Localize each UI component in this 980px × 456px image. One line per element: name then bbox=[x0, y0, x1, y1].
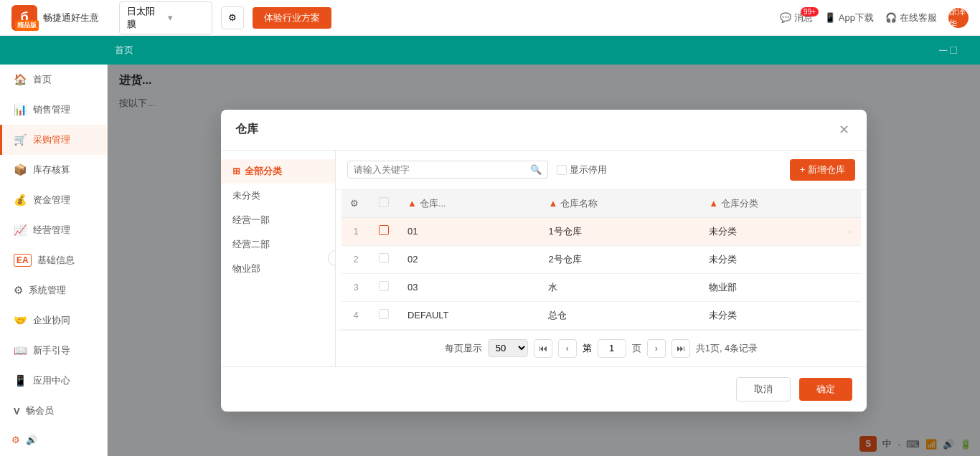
logo-icon: б 精品版 bbox=[11, 5, 37, 31]
search-input[interactable] bbox=[354, 164, 530, 175]
app-download-button[interactable]: 📱 App下载 bbox=[824, 11, 874, 24]
show-disabled-checkbox[interactable]: 显示停用 bbox=[557, 163, 607, 176]
th-name-label: 仓库名称 bbox=[560, 197, 598, 210]
header-middle: 日太阳膜 ▾ ⚙ 体验行业方案 bbox=[119, 1, 780, 34]
table-row[interactable]: 3 03 水 物业部 bbox=[341, 273, 861, 301]
modal-footer: 取消 确定 bbox=[221, 366, 867, 412]
th-category-label: 仓库分类 bbox=[721, 197, 758, 210]
row-category: 未分类 ··· bbox=[700, 218, 861, 245]
confirm-button[interactable]: 确定 bbox=[799, 378, 852, 401]
sidebar-item-home[interactable]: 🏠 首页 bbox=[0, 65, 107, 95]
sales-icon: 📊 bbox=[14, 103, 27, 116]
logo-badge: 精品版 bbox=[15, 20, 39, 31]
table-row[interactable]: 1 01 1号仓库 未分类 ··· bbox=[341, 217, 861, 245]
th-settings: ⚙ bbox=[341, 190, 370, 218]
row-select-checkbox[interactable] bbox=[379, 225, 389, 235]
finance-icon: 💰 bbox=[14, 194, 27, 206]
th-name: ▲ 仓库名称 bbox=[540, 190, 700, 218]
row-select-checkbox[interactable] bbox=[379, 253, 389, 263]
category-panel: ⊞ 全部分类 未分类 经营一部 经营二部 物业部 《 bbox=[221, 151, 336, 366]
message-icon: 💬 bbox=[780, 12, 791, 23]
sidebar-label-basic-info: 基础信息 bbox=[37, 254, 75, 267]
page-label-pre: 第 bbox=[583, 342, 592, 355]
online-service-button[interactable]: 🎧 在线客服 bbox=[885, 11, 937, 24]
sidebar-item-enterprise[interactable]: 🤝 企业协同 bbox=[0, 305, 107, 336]
select-all-checkbox[interactable] bbox=[379, 197, 389, 207]
category-item-unclassified[interactable]: 未分类 bbox=[221, 184, 335, 208]
row-checkbox[interactable] bbox=[370, 217, 399, 245]
pagination: 每页显示 50 10 20 100 ⏮ ‹ 第 页 bbox=[336, 330, 867, 366]
warehouse-table: ⚙ ▲ 仓库... bbox=[341, 190, 861, 330]
speaker-icon[interactable]: 🔊 bbox=[26, 434, 37, 445]
enterprise-icon: 🤝 bbox=[14, 314, 27, 327]
row-code: 01 bbox=[399, 217, 540, 245]
row-name: 水 bbox=[540, 273, 700, 301]
sidebar-label-member: 畅会员 bbox=[26, 404, 54, 417]
row-code: 02 bbox=[399, 245, 540, 273]
last-page-button[interactable]: ⏭ bbox=[672, 339, 690, 358]
sidebar-label-enterprise: 企业协同 bbox=[33, 314, 70, 327]
cancel-button[interactable]: 取消 bbox=[736, 377, 791, 402]
row-select-checkbox[interactable] bbox=[379, 281, 389, 291]
store-selector[interactable]: 日太阳膜 ▾ bbox=[119, 1, 212, 34]
message-button[interactable]: 💬 消息 99+ bbox=[780, 11, 813, 24]
user-menu[interactable]: 徐泽华 bbox=[948, 8, 969, 28]
first-page-button[interactable]: ⏮ bbox=[534, 339, 552, 358]
category-item-ops2[interactable]: 经营二部 bbox=[221, 232, 335, 257]
category-item-ops1[interactable]: 经营一部 bbox=[221, 208, 335, 232]
sidebar-item-member[interactable]: V 畅会员 bbox=[0, 396, 107, 426]
settings-button[interactable]: ⚙ bbox=[221, 6, 244, 29]
page-label: 页 bbox=[632, 342, 641, 355]
search-box: 🔍 bbox=[347, 161, 548, 179]
page-size-select[interactable]: 50 10 20 100 bbox=[488, 339, 528, 357]
row-select-checkbox[interactable] bbox=[379, 309, 389, 319]
headset-icon: 🎧 bbox=[885, 12, 897, 23]
minimize-button[interactable]: ─ bbox=[939, 44, 947, 57]
page-number-input[interactable] bbox=[598, 339, 626, 358]
settings-bottom-icon[interactable]: ⚙ bbox=[11, 434, 20, 445]
sidebar-item-finance[interactable]: 💰 资金管理 bbox=[0, 185, 107, 215]
prev-page-button[interactable]: ‹ bbox=[558, 339, 577, 358]
row-checkbox[interactable] bbox=[370, 301, 399, 329]
row-checkbox[interactable] bbox=[370, 273, 399, 301]
table-row[interactable]: 4 DEFAULT 总仓 未分类 bbox=[341, 301, 861, 329]
row-more-actions[interactable]: ··· bbox=[844, 226, 852, 237]
settings-icon[interactable]: ⚙ bbox=[350, 198, 359, 209]
add-warehouse-button[interactable]: + 新增仓库 bbox=[790, 159, 855, 181]
search-icon[interactable]: 🔍 bbox=[530, 164, 542, 175]
top-header: б 精品版 畅捷通好生意 日太阳膜 ▾ ⚙ 体验行业方案 💬 消息 99+ 📱 … bbox=[0, 0, 980, 36]
apps-icon: 📱 bbox=[14, 374, 27, 387]
modal-title: 仓库 bbox=[235, 122, 258, 137]
sidebar-item-guide[interactable]: 📖 新手引导 bbox=[0, 336, 107, 366]
th-checkbox bbox=[370, 190, 399, 218]
sidebar-item-operations[interactable]: 📈 经营管理 bbox=[0, 215, 107, 245]
sidebar-item-inventory[interactable]: 📦 库存核算 bbox=[0, 155, 107, 185]
sub-header: 首页 ─ □ bbox=[0, 36, 980, 65]
row-category: 未分类 bbox=[700, 246, 861, 273]
industry-button[interactable]: 体验行业方案 bbox=[253, 7, 331, 29]
category-all-item[interactable]: ⊞ 全部分类 bbox=[221, 159, 335, 184]
sidebar: 🏠 首页 📊 销售管理 🛒 采购管理 📦 库存核算 💰 资金管理 📈 经营管理 … bbox=[0, 65, 108, 456]
sidebar-item-apps[interactable]: 📱 应用中心 bbox=[0, 366, 107, 396]
grid-icon: ⊞ bbox=[232, 166, 240, 176]
row-category: 未分类 bbox=[700, 302, 861, 329]
sidebar-item-basic-info[interactable]: EA 基础信息 bbox=[0, 245, 107, 275]
maximize-button[interactable]: □ bbox=[950, 44, 957, 57]
breadcrumb-home[interactable]: 首页 bbox=[115, 44, 133, 57]
logo-area: б 精品版 畅捷通好生意 bbox=[11, 5, 119, 31]
disabled-checkbox[interactable] bbox=[557, 165, 567, 175]
table-toolbar: 🔍 显示停用 + 新增仓库 bbox=[336, 151, 867, 190]
sidebar-item-purchase[interactable]: 🛒 采购管理 bbox=[0, 125, 107, 155]
modal-close-button[interactable]: ✕ bbox=[835, 121, 852, 138]
table-panel: 🔍 显示停用 + 新增仓库 bbox=[336, 151, 867, 366]
row-checkbox[interactable] bbox=[370, 245, 399, 273]
sidebar-item-sales[interactable]: 📊 销售管理 bbox=[0, 95, 107, 125]
row-index: 2 bbox=[341, 245, 370, 273]
main-layout: 🏠 首页 📊 销售管理 🛒 采购管理 📦 库存核算 💰 资金管理 📈 经营管理 … bbox=[0, 65, 980, 456]
next-page-button[interactable]: › bbox=[647, 339, 666, 358]
sidebar-item-system[interactable]: ⚙ 系统管理 bbox=[0, 275, 107, 305]
category-item-property[interactable]: 物业部 bbox=[221, 257, 335, 281]
sidebar-label-inventory: 库存核算 bbox=[33, 163, 70, 176]
row-category: 物业部 bbox=[700, 274, 861, 301]
table-row[interactable]: 2 02 2号仓库 未分类 bbox=[341, 245, 861, 273]
